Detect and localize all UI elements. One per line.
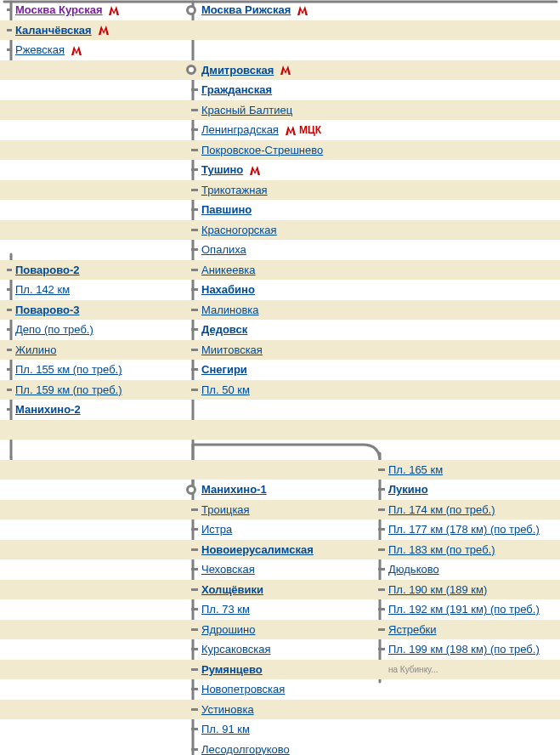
empty-cell [378, 320, 560, 340]
station-link[interactable]: Пл. 73 км [201, 603, 250, 616]
station-tick [378, 648, 385, 650]
station-link[interactable]: Москва Курская [15, 3, 102, 16]
station-cell: Румянцево [191, 660, 378, 680]
station-link[interactable]: Пл. 190 км (189 км) [388, 583, 487, 596]
empty-cell [0, 500, 191, 520]
station-link[interactable]: Пл. 155 км (по треб.) [15, 363, 122, 376]
diagram-row: ЖилиноМиитовская [0, 340, 560, 360]
station-link[interactable]: Румянцево [201, 663, 263, 676]
empty-cell [0, 700, 191, 720]
station-link[interactable]: Пл. 183 км (по треб.) [388, 543, 495, 556]
station-link[interactable]: Пл. 159 км (по треб.) [15, 383, 122, 396]
station-link[interactable]: Лесодолгоруково [201, 743, 290, 755]
station-link[interactable]: Тушино [201, 163, 243, 176]
diagram-row: Ржевская [0, 40, 560, 60]
station-link[interactable]: Малиновка [201, 304, 259, 316]
station-cell: Истра [191, 519, 378, 540]
empty-cell [0, 180, 191, 201]
station-link[interactable]: Дмитровская [201, 64, 274, 77]
diagram-row: Гражданская [0, 80, 560, 100]
station-link[interactable]: Манихино-2 [15, 403, 81, 416]
station-link[interactable]: Ястребки [388, 623, 437, 636]
station-link[interactable]: Аникеевка [201, 264, 256, 276]
empty-cell [0, 580, 191, 600]
station-tick [191, 128, 198, 131]
station-tick [191, 189, 198, 191]
station-tick [7, 349, 12, 351]
station-link[interactable]: Дюдьково [388, 563, 439, 576]
station-link[interactable]: Холщёвики [201, 583, 263, 596]
station-link[interactable]: Ядрошино [201, 623, 256, 636]
empty-cell [378, 420, 560, 440]
station-link[interactable]: Гражданская [201, 83, 272, 96]
station-cell: Пл. 142 км [0, 280, 191, 300]
station-tick [191, 528, 198, 531]
station-link[interactable]: Устиновка [201, 703, 254, 716]
station-link[interactable]: Манихино-1 [201, 483, 267, 496]
station-link[interactable]: Красногорская [201, 224, 277, 236]
station-link[interactable]: Депо (по треб.) [15, 323, 93, 336]
station-cell: Покровское-Стрешнево [191, 140, 378, 161]
station-cell: Лукино [378, 480, 560, 500]
station-link[interactable]: Пл. 199 км (198 км) (по треб.) [388, 643, 540, 656]
station-link[interactable]: Жилино [15, 343, 57, 356]
station-link[interactable]: Поварово-3 [15, 304, 80, 316]
station-link[interactable]: Ленинградская [201, 123, 279, 136]
station-link[interactable]: Покровское-Стрешнево [201, 144, 323, 156]
diagram-row: Новопетровская [0, 679, 560, 700]
diagram-row: Пл. 155 км (по треб.)Снегири [0, 360, 560, 380]
empty-cell [0, 740, 191, 756]
station-cell: Холщёвики [191, 580, 378, 600]
station-link[interactable]: Истра [201, 523, 232, 536]
station-tick [191, 628, 198, 631]
empty-cell [378, 380, 560, 400]
mck-label: МЦК [299, 124, 321, 136]
station-tick [191, 208, 198, 211]
station-tick [191, 548, 198, 551]
station-tick [191, 608, 198, 610]
station-link[interactable]: Пл. 177 км (178 км) (по треб.) [388, 523, 540, 536]
station-link[interactable]: Пл. 165 км [388, 463, 443, 476]
station-cell: Курсаковская [191, 639, 378, 660]
station-link[interactable]: Пл. 50 км [201, 383, 250, 396]
station-link[interactable]: Москва Рижская [201, 3, 291, 16]
station-link[interactable]: Каланчёвская [15, 24, 92, 37]
station-link[interactable]: Пл. 192 км (191 км) (по треб.) [388, 603, 540, 616]
empty-cell [0, 599, 191, 620]
station-link[interactable]: Павшино [201, 203, 252, 216]
empty-cell [0, 480, 191, 500]
diagram-row: Поварово-3Малиновка [0, 300, 560, 321]
station-link[interactable]: Троицкая [201, 503, 250, 516]
station-link[interactable]: Красный Балтиец [201, 104, 292, 116]
station-link[interactable]: Миитовская [201, 343, 263, 356]
empty-cell [378, 180, 560, 201]
junction-node [186, 485, 196, 495]
station-tick [191, 168, 198, 171]
station-link[interactable]: Снегири [201, 363, 247, 376]
station-link[interactable]: Новопетровская [201, 683, 285, 695]
diagram-row: ХолщёвикиПл. 190 км (189 км) [0, 580, 560, 600]
empty-cell [191, 40, 378, 60]
station-link[interactable]: Чеховская [201, 563, 255, 576]
station-link[interactable]: Опалиха [201, 243, 246, 256]
station-cell: Пл. 190 км (189 км) [378, 580, 560, 600]
station-link[interactable]: Ржевская [15, 43, 65, 56]
station-link[interactable]: Пл. 174 км (по треб.) [388, 503, 495, 516]
station-cell: Красный Балтиец [191, 100, 378, 121]
station-link[interactable]: Дедовск [201, 323, 247, 336]
station-link[interactable]: Трикотажная [201, 184, 268, 196]
station-link[interactable]: Пл. 142 км [15, 283, 70, 296]
empty-cell [0, 80, 191, 100]
junction-node [186, 5, 196, 15]
empty-cell [0, 559, 191, 580]
station-link[interactable]: Нахабино [201, 283, 255, 296]
station-link[interactable]: Пл. 91 км [201, 723, 250, 735]
empty-cell [378, 240, 560, 260]
station-link[interactable]: Курсаковская [201, 643, 270, 656]
station-cell: Пл. 159 км (по треб.) [0, 380, 191, 400]
station-tick [191, 708, 198, 711]
station-link[interactable]: Лукино [388, 483, 428, 496]
station-link[interactable]: Новоиерусалимская [201, 543, 314, 556]
diagram-row: Павшино [0, 200, 560, 220]
station-link[interactable]: Поварово-2 [15, 264, 80, 276]
